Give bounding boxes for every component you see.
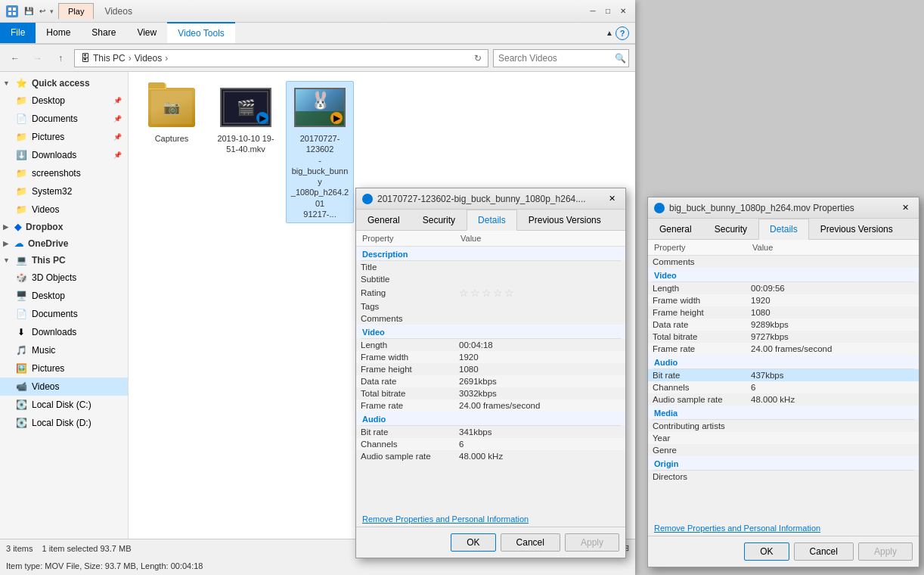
- up-btn[interactable]: ↑: [51, 49, 70, 67]
- onedrive-arrow: ▶: [3, 240, 8, 247]
- mov-play-badge: ▶: [330, 112, 343, 124]
- sidebar-item-downloads1[interactable]: ⬇️ Downloads 📌: [0, 146, 128, 164]
- forward-btn[interactable]: →: [29, 49, 47, 67]
- tab-videotools[interactable]: Video Tools: [167, 22, 235, 43]
- file-mov[interactable]: 🐰 ▶ 20170727-123602-big_buck_bunny_1080p…: [286, 81, 354, 223]
- folder-icon4: 📁: [15, 185, 27, 197]
- search-box[interactable]: 🔍: [493, 49, 629, 67]
- sidebar-music[interactable]: 🎵 Music: [0, 341, 128, 359]
- star1[interactable]: ☆: [459, 287, 469, 299]
- download-icon2: ⬇: [15, 326, 27, 338]
- star3[interactable]: ☆: [482, 287, 491, 299]
- dialog1-tab-details[interactable]: Details: [467, 210, 517, 231]
- toolbar-undo[interactable]: ↩: [36, 5, 48, 17]
- dialog2-tab-details[interactable]: Details: [758, 219, 809, 240]
- dialog2-remove-link[interactable]: Remove Properties and Personal Informati…: [654, 524, 913, 533]
- close-btn[interactable]: ✕: [617, 5, 629, 17]
- sidebar-localc[interactable]: 💽 Local Disk (C:): [0, 396, 128, 414]
- search-input[interactable]: [498, 53, 612, 64]
- row2-samplerate: Audio sample rate48.000 kHz: [648, 393, 919, 406]
- videos-icon: 📹: [15, 381, 27, 393]
- dialog1-props-scroll[interactable]: Description Title Subtitle Rating ☆ ☆ ☆ …: [356, 247, 625, 489]
- dialog2-tab-general[interactable]: General: [648, 219, 703, 240]
- address-path[interactable]: 🗄 This PC › Videos › ↻: [74, 49, 488, 67]
- path-thispc-label[interactable]: This PC: [93, 53, 126, 64]
- quickaccess-label: Quick access: [32, 78, 90, 89]
- dialog2-footer: OK Cancel Apply: [648, 536, 919, 567]
- docs-icon2: 📄: [15, 308, 27, 320]
- dialog1-ok[interactable]: OK: [451, 533, 495, 552]
- folder-thumb: 📷: [148, 88, 195, 127]
- dialog1-close[interactable]: ✕: [604, 191, 619, 207]
- tab-file[interactable]: File: [0, 23, 36, 43]
- section-audio: Audio: [356, 412, 625, 425]
- tab-share[interactable]: Share: [81, 23, 126, 43]
- onedrive-icon: ☁: [14, 238, 23, 249]
- star2[interactable]: ☆: [470, 287, 480, 299]
- sidebar-locald[interactable]: 💽 Local Disk (D:): [0, 414, 128, 432]
- pin-icon: 📌: [113, 97, 122, 104]
- dialog2-tab-security[interactable]: Security: [703, 219, 758, 240]
- sidebar-label-docs2: Documents: [32, 309, 78, 319]
- minimize-btn[interactable]: ─: [587, 5, 599, 17]
- tab-home[interactable]: Home: [36, 23, 81, 43]
- sidebar-3dobjects[interactable]: 🎲 3D Objects: [0, 269, 128, 287]
- refresh-icon[interactable]: ↻: [474, 53, 482, 64]
- pin-icon4: 📌: [113, 151, 122, 159]
- status-selected: 1 item selected 93.7 MB: [42, 544, 131, 553]
- help-btn[interactable]: ?: [615, 26, 629, 40]
- dialog2-apply[interactable]: Apply: [858, 542, 913, 561]
- dialog1-tab-prevversions[interactable]: Previous Versions: [517, 210, 612, 231]
- dialog1-tab-general[interactable]: General: [356, 210, 411, 231]
- dialog2-ok[interactable]: OK: [744, 542, 789, 561]
- dialog1-remove-link[interactable]: Remove Properties and Personal Informati…: [362, 514, 619, 524]
- row2-comments: Comments: [648, 256, 919, 268]
- dialog1-apply[interactable]: Apply: [565, 533, 619, 552]
- sidebar-desktop2[interactable]: 🖥️ Desktop: [0, 287, 128, 305]
- dialog-mov-properties: big_buck_bunny_1080p_h264.mov Properties…: [647, 197, 919, 567]
- qa-arrow: ▼: [3, 79, 10, 87]
- play-tab[interactable]: Play: [58, 3, 94, 19]
- dialog1-cancel[interactable]: Cancel: [501, 533, 560, 552]
- dialog2-props-scroll[interactable]: Comments Video Length00:09:56 Frame widt…: [648, 256, 919, 498]
- row-channels: Channels6: [356, 438, 625, 450]
- dialog1-tab-security[interactable]: Security: [411, 210, 467, 231]
- dialog2-cancel[interactable]: Cancel: [794, 542, 854, 561]
- sidebar-pictures2[interactable]: 🖼️ Pictures: [0, 359, 128, 378]
- row2-framewidth: Frame width1920: [648, 294, 919, 306]
- dialog2-close[interactable]: ✕: [898, 200, 913, 216]
- file-captures[interactable]: 📷 Captures: [138, 81, 206, 223]
- toolbar-save[interactable]: 💾: [23, 5, 35, 17]
- dialog2-tab-prevversions[interactable]: Previous Versions: [809, 219, 904, 240]
- sidebar-item-videos1[interactable]: 📁 Videos: [0, 200, 128, 219]
- row2-directors: Directors: [648, 471, 919, 483]
- sidebar-thispc[interactable]: ▼ 💻 This PC: [0, 252, 128, 269]
- sidebar-quickaccess[interactable]: ▼ ⭐ Quick access: [0, 75, 128, 92]
- sidebar-item-documents1[interactable]: 📄 Documents 📌: [0, 110, 128, 128]
- sidebar-dropbox[interactable]: ▶ ◆ Dropbox: [0, 219, 128, 235]
- maximize-btn[interactable]: □: [602, 5, 614, 17]
- file-mkv[interactable]: 🎬 ▶ 2019-10-10 19-51-40.mkv: [212, 81, 280, 223]
- path-videos-label[interactable]: Videos: [135, 53, 162, 64]
- item-type-text: Item type: MOV File, Size: 93.7 MB, Leng…: [6, 561, 203, 570]
- sidebar-item-desktop1[interactable]: 📁 Desktop 📌: [0, 92, 128, 110]
- sidebar-item-pictures1[interactable]: 📁 Pictures 📌: [0, 128, 128, 146]
- sidebar-item-screenshots[interactable]: 📁 screenshots: [0, 164, 128, 182]
- sidebar-item-system32[interactable]: 📁 System32: [0, 182, 128, 200]
- sidebar-videos2[interactable]: 📹 Videos: [0, 378, 128, 396]
- mov-thumb: 🐰 ▶: [293, 85, 346, 130]
- sidebar-label-pictures1: Pictures: [32, 132, 64, 142]
- back-btn[interactable]: ←: [6, 49, 24, 67]
- tab-view[interactable]: View: [126, 23, 167, 43]
- sidebar-label-pictures2: Pictures: [32, 363, 64, 374]
- sidebar-onedrive[interactable]: ▶ ☁ OneDrive: [0, 235, 128, 252]
- star5[interactable]: ☆: [504, 287, 514, 299]
- sidebar-label-3d: 3D Objects: [32, 272, 76, 283]
- sidebar-documents2[interactable]: 📄 Documents: [0, 305, 128, 323]
- row2-framerate: Frame rate24.00 frames/second: [648, 343, 919, 355]
- dialog1-tabs: General Security Details Previous Versio…: [356, 210, 625, 231]
- star4[interactable]: ☆: [493, 287, 503, 299]
- sidebar-downloads2[interactable]: ⬇ Downloads: [0, 323, 128, 341]
- ribbon-collapse[interactable]: ▲: [603, 27, 615, 39]
- pin-icon3: 📌: [113, 133, 122, 141]
